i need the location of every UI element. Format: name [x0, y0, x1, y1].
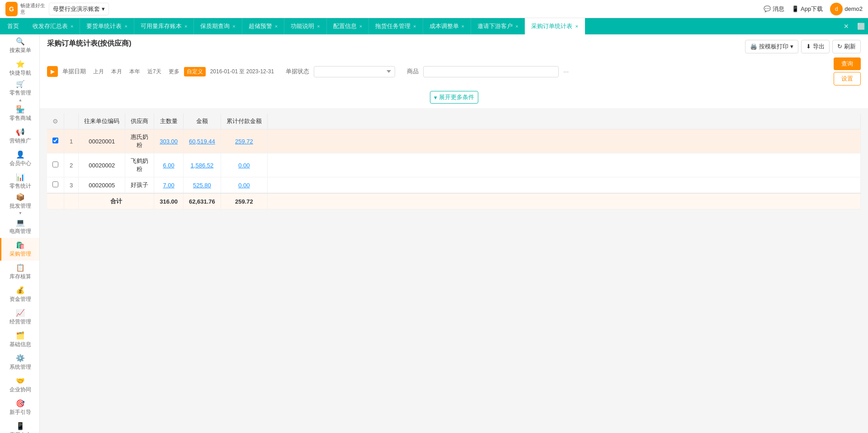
- col-paid-header: 累计付款金额: [221, 114, 267, 129]
- expand-more-button[interactable]: ▾ 展开更多条件: [430, 91, 478, 104]
- date-range: 2016-01-01 至 2023-12-31: [210, 68, 274, 76]
- sidebar-item-zijin[interactable]: 💰 资金管理: [0, 283, 39, 306]
- row-qty[interactable]: 7.00: [154, 177, 184, 194]
- row-checkbox[interactable]: [52, 138, 58, 143]
- tab-close-icon[interactable]: ×: [184, 24, 187, 29]
- export-button[interactable]: ⬇ 导出: [801, 40, 830, 53]
- row-check[interactable]: [47, 177, 64, 194]
- row-paid[interactable]: 259.72: [221, 129, 267, 153]
- sidebar-item-yingyong[interactable]: 📱 应用中心: [0, 419, 39, 433]
- refresh-button[interactable]: ↻ 刷新: [832, 40, 861, 53]
- row-checkbox[interactable]: [52, 181, 58, 187]
- row-paid[interactable]: 0.00: [221, 153, 267, 177]
- custom-badge[interactable]: 自定义: [184, 67, 206, 76]
- sidebar-item-lingshouj[interactable]: 📊 零售统计: [0, 170, 39, 193]
- tab-gongneng[interactable]: 功能说明 ×: [284, 18, 326, 34]
- tab-label: 拖货任务管理: [375, 22, 410, 30]
- status-select[interactable]: [314, 66, 395, 77]
- col-settings[interactable]: ⚙: [47, 114, 64, 129]
- col-index: [64, 114, 79, 129]
- tab-tuohuo[interactable]: 拖货任务管理 ×: [369, 18, 423, 34]
- sidebar-item-jichu[interactable]: 🗂️ 基础信息: [0, 328, 39, 351]
- app-download-button[interactable]: 📱 App下载: [792, 5, 823, 13]
- goods-input[interactable]: [423, 66, 559, 77]
- sidebar-label: 会员中心: [9, 160, 31, 167]
- sidebar-label: 采购管理: [9, 250, 31, 258]
- chevron-down-icon: ▼: [19, 211, 23, 215]
- row-amount[interactable]: 525.80: [184, 177, 221, 194]
- message-label: 消息: [773, 5, 784, 13]
- tab-caigou[interactable]: 采购订单统计表 ×: [525, 18, 585, 34]
- tab-close-icon[interactable]: ×: [462, 24, 464, 29]
- sidebar-item-qiye[interactable]: 🤝 企业协同: [0, 374, 39, 396]
- tab-chaochu[interactable]: 超储预警 ×: [242, 18, 284, 34]
- tab-keyongliang[interactable]: 可用量库存账本 ×: [134, 18, 194, 34]
- tab-close-icon[interactable]: ×: [359, 24, 362, 29]
- maximize-button[interactable]: ⬜: [854, 18, 868, 34]
- sidebar-item-sousuo[interactable]: 🔍 搜索菜单: [0, 34, 39, 57]
- sidebar-item-xitong[interactable]: ⚙️ 系统管理: [0, 351, 39, 374]
- close-all-button[interactable]: ✕: [839, 18, 854, 34]
- shortcut-this-month[interactable]: 本月: [108, 67, 125, 76]
- row-paid[interactable]: 0.00: [221, 177, 267, 194]
- sidebar-item-kucun[interactable]: 📋 库存核算: [0, 261, 39, 283]
- shortcut-7days[interactable]: 近7天: [145, 67, 164, 76]
- row-amount[interactable]: 60,519.44: [184, 129, 221, 153]
- tab-home[interactable]: 首页: [0, 22, 26, 30]
- row-check[interactable]: [47, 153, 64, 177]
- workspace-selector[interactable]: 母婴行业演示账套 ▾: [49, 3, 109, 15]
- tab-yaoqing[interactable]: 邀请下游客户 ×: [471, 18, 525, 34]
- sidebar-item-huiyuan[interactable]: 👤 会员中心: [0, 148, 39, 170]
- col-supplier-header: 供应商: [125, 114, 154, 129]
- export-icon: ⬇: [806, 43, 811, 50]
- row-extra: [267, 129, 860, 153]
- tab-yaohuo[interactable]: 要货单统计表 ×: [80, 18, 134, 34]
- template-print-button[interactable]: 🖨️ 按模板打印 ▾: [745, 40, 798, 53]
- tab-close-icon[interactable]: ×: [71, 24, 73, 29]
- table-row[interactable]: 1 00020001 惠氏奶粉 303.00 60,519.44 259.72: [47, 129, 861, 153]
- tab-label: 采购订单统计表: [531, 22, 572, 30]
- tab-chengben[interactable]: 成本调整单 ×: [423, 18, 471, 34]
- sidebar-label: 营销推广: [9, 137, 31, 145]
- tab-close-icon[interactable]: ×: [515, 24, 518, 29]
- sidebar-item-caigou[interactable]: 🛍️ 采购管理: [0, 238, 39, 261]
- tab-close-icon[interactable]: ×: [232, 24, 235, 29]
- tab-close-icon[interactable]: ×: [317, 24, 320, 29]
- tab-shoufayuanhui[interactable]: 收发存汇总表 ×: [26, 18, 80, 34]
- row-checkbox[interactable]: [52, 162, 58, 167]
- table-row[interactable]: 3 00020005 好孩子 7.00 525.80 0.00: [47, 177, 861, 194]
- row-qty[interactable]: 6.00: [154, 153, 184, 177]
- sidebar-item-jingying[interactable]: 📈 经营管理: [0, 306, 39, 328]
- sidebar-item-yingxiao[interactable]: 📢 营销推广: [0, 125, 39, 148]
- shortcut-this-year[interactable]: 本年: [127, 67, 143, 76]
- sidebar-label: 电商管理: [9, 228, 31, 235]
- tab-close-icon[interactable]: ×: [275, 24, 278, 29]
- sidebar-item-kuaijie[interactable]: ⭐ 快捷导航: [0, 57, 39, 80]
- more-icon[interactable]: ···: [563, 68, 569, 75]
- table-row[interactable]: 2 00020002 飞鹤奶粉 6.00 1,586.52 0.00: [47, 153, 861, 177]
- sidebar-item-pifa[interactable]: 📦 批发管理 ▼: [0, 193, 39, 215]
- toggle-filter-button[interactable]: ▶: [47, 66, 58, 77]
- user-profile[interactable]: d demo2: [830, 3, 863, 15]
- inventory-icon: 📋: [16, 263, 25, 272]
- finance-icon: 💰: [16, 286, 25, 295]
- tab-baozhi[interactable]: 保质期查询 ×: [194, 18, 242, 34]
- sidebar-item-diandian[interactable]: 💻 电商管理: [0, 215, 39, 238]
- sidebar-item-xinshou[interactable]: 🎯 新手引导: [0, 396, 39, 419]
- sidebar-item-lingshou[interactable]: 🛒 零售管理 ▲: [0, 80, 39, 102]
- tab-close-icon[interactable]: ×: [413, 24, 416, 29]
- shortcut-more[interactable]: 更多: [166, 67, 182, 76]
- tab-close-icon[interactable]: ×: [575, 24, 578, 29]
- message-button[interactable]: 💬 消息: [764, 5, 784, 13]
- settings-button[interactable]: 设置: [834, 72, 861, 86]
- tab-close-icon[interactable]: ×: [124, 24, 127, 29]
- row-amount[interactable]: 1,586.52: [184, 153, 221, 177]
- tab-peizhi[interactable]: 配置信息 ×: [327, 18, 369, 34]
- row-check[interactable]: [47, 129, 64, 153]
- query-button[interactable]: 查询: [834, 57, 861, 70]
- shortcut-last-month[interactable]: 上月: [90, 67, 107, 76]
- row-qty[interactable]: 303.00: [154, 129, 184, 153]
- column-settings-icon[interactable]: ⚙: [52, 118, 58, 125]
- guide-icon: 🎯: [16, 399, 25, 408]
- sidebar-item-lingshoup[interactable]: 🏪 零售商城: [0, 102, 39, 125]
